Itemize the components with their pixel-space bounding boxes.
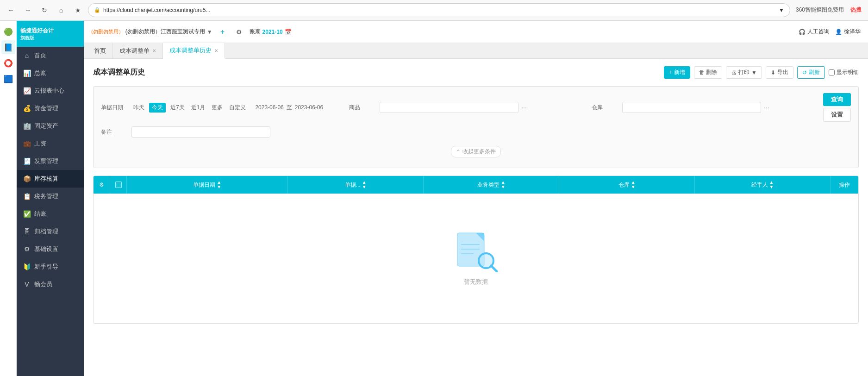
period-value: 2021-10: [262, 29, 283, 35]
th-warehouse[interactable]: 仓库 ▲▼: [559, 176, 695, 194]
icon-bar-wechat[interactable]: 🟢: [1, 25, 15, 38]
th-settings[interactable]: ⚙: [94, 176, 110, 194]
sidebar-item-assets[interactable]: 🏢 固定资产: [17, 117, 84, 135]
sidebar: 畅捷通好会计 旗舰版 ⌂ 首页 📊 总账 📈 云报表中心 💰 资金管理 🏢 固定…: [17, 21, 84, 376]
shortcut-7days[interactable]: 近7天: [169, 103, 187, 113]
remark-filter-input[interactable]: [131, 126, 270, 138]
shortcut-more[interactable]: 更多: [210, 103, 225, 113]
shortcut-yesterday[interactable]: 昨天: [131, 103, 146, 113]
back-button[interactable]: ←: [5, 4, 18, 17]
app-wrapper: 🟢 📘 ⭕ 🟦 畅捷通好会计 旗舰版 ⌂ 首页 📊 总账 📈 云报表中心 💰 资…: [0, 21, 868, 376]
refresh-button[interactable]: ↻: [38, 4, 51, 17]
th-type[interactable]: 业务类型 ▲▼: [424, 176, 559, 194]
th-checkbox[interactable]: [110, 176, 127, 194]
user-avatar-icon: 👤: [835, 29, 842, 35]
show-cols[interactable]: 显示明细: [829, 69, 859, 76]
username-label: 徐泽华: [844, 28, 861, 36]
sidebar-label-reports: 云报表中心: [34, 87, 64, 95]
add-workspace-button[interactable]: +: [216, 25, 229, 38]
bookmark-button[interactable]: ★: [71, 4, 84, 17]
refresh-button-toolbar[interactable]: ↺ 刷新: [797, 66, 825, 79]
shortcut-custom[interactable]: 自定义: [227, 103, 248, 113]
sidebar-label-settings: 基础设置: [34, 245, 58, 253]
warning-label: (勿删勿禁用）: [91, 28, 124, 35]
sidebar-item-member[interactable]: V 畅会员: [17, 276, 84, 293]
shortcut-today[interactable]: 今天: [149, 103, 166, 113]
tab-cost-adjustment[interactable]: 成本调整单 ✕: [113, 43, 163, 59]
filter-row-date: 单据日期 昨天 今天 近7天 近1月 更多 自定义 2023-06-06 至 2…: [101, 93, 851, 122]
sidebar-item-checkout[interactable]: ✅ 结账: [17, 205, 84, 223]
delete-button[interactable]: 🗑 删除: [694, 66, 722, 79]
empty-text: 暂无数据: [464, 278, 488, 286]
select-all-checkbox[interactable]: [115, 182, 122, 188]
query-search-button[interactable]: 查询: [823, 93, 851, 106]
print-button[interactable]: 🖨 🖨 打印 打印 ▼: [726, 66, 762, 79]
sidebar-item-invoice[interactable]: 🧾 发票管理: [17, 152, 84, 170]
th-num[interactable]: 单据... ▲▼: [288, 176, 424, 194]
user-service[interactable]: 🎧 人工咨询: [799, 28, 830, 36]
sidebar-label-home: 首页: [34, 51, 46, 60]
calendar-icon[interactable]: 📅: [285, 29, 292, 35]
svg-line-7: [491, 266, 497, 271]
th-date[interactable]: 单据日期 ▲▼: [127, 176, 288, 194]
query-settings-button[interactable]: 设置: [823, 108, 851, 122]
sidebar-item-settings[interactable]: ⚙ 基础设置: [17, 240, 84, 258]
empty-illustration: [453, 231, 499, 272]
sidebar-label-tax: 税务管理: [34, 192, 58, 201]
sidebar-item-archive[interactable]: 🗄 归档管理: [17, 223, 84, 240]
sidebar-item-home[interactable]: ⌂ 首页: [17, 47, 84, 64]
tab-cost-adjustment-history-close[interactable]: ✕: [214, 48, 218, 53]
service-label: 人工咨询: [807, 28, 830, 36]
product-filter-input[interactable]: [380, 102, 518, 113]
date-filter-label: 单据日期: [101, 104, 124, 112]
user-profile[interactable]: 👤 徐泽华: [835, 28, 861, 36]
forward-button[interactable]: →: [21, 4, 34, 17]
ssl-lock-icon: 🔒: [94, 7, 100, 13]
invoice-icon: 🧾: [23, 157, 31, 165]
sidebar-item-inventory[interactable]: 📦 库存核算: [17, 170, 84, 188]
ledger-icon: 📊: [23, 69, 31, 77]
icon-bar-active[interactable]: 📘: [1, 40, 15, 54]
refresh-icon: ↺: [802, 69, 807, 76]
export-button[interactable]: ⬇ 导出: [766, 66, 793, 79]
workspace-selector[interactable]: (勿删勿禁用） (勿删勿禁用）江西服宝测试专用 ▼: [91, 28, 212, 36]
warehouse-filter-label: 仓库: [592, 104, 615, 112]
browser-extensions: 360智能抠图免费用 热搜: [794, 5, 863, 15]
sidebar-item-reports[interactable]: 📈 云报表中心: [17, 82, 84, 100]
sidebar-label-guide: 新手引导: [34, 263, 58, 271]
show-cols-checkbox[interactable]: [829, 69, 835, 75]
product-filter-label: 商品: [349, 104, 372, 112]
tab-home[interactable]: 首页: [87, 43, 113, 59]
address-bar[interactable]: 🔒 https://cloud.chanjet.com/accounting/u…: [88, 3, 790, 17]
reports-icon: 📈: [23, 87, 31, 94]
new-button[interactable]: + 新增: [664, 66, 690, 79]
sidebar-item-payroll[interactable]: 💼 工资: [17, 135, 84, 152]
icon-bar: 🟢 📘 ⭕ 🟦: [0, 21, 17, 376]
workspace-settings-button[interactable]: ⚙: [233, 25, 246, 38]
sidebar-item-ledger[interactable]: 📊 总账: [17, 64, 84, 82]
warehouse-filter-field: ···: [622, 102, 808, 113]
shortcut-1month[interactable]: 近1月: [189, 103, 207, 113]
sidebar-item-tax[interactable]: 📋 税务管理: [17, 188, 84, 205]
search-ext[interactable]: 360智能抠图免费用: [794, 5, 846, 15]
sidebar-label-member: 畅会员: [34, 280, 52, 288]
warehouse-filter-input[interactable]: [622, 102, 761, 113]
period-label: 账期: [250, 28, 261, 36]
icon-bar-green[interactable]: 🟦: [1, 72, 15, 86]
th-operator[interactable]: 经手人 ▲▼: [695, 176, 831, 194]
product-filter-dots[interactable]: ···: [521, 104, 527, 111]
warehouse-filter-dots[interactable]: ···: [764, 104, 769, 111]
sidebar-label-funds: 资金管理: [34, 104, 58, 113]
hot-label: 热搜: [849, 5, 863, 15]
home-button[interactable]: ⌂: [55, 4, 68, 17]
sidebar-item-guide[interactable]: 🔰 新手引导: [17, 258, 84, 276]
sidebar-item-funds[interactable]: 💰 资金管理: [17, 100, 84, 117]
guide-icon: 🔰: [23, 263, 31, 270]
collapse-btn[interactable]: ⌃ 收起更多条件: [451, 146, 501, 157]
remark-filter-label: 备注: [101, 128, 124, 136]
header-left: (勿删勿禁用） (勿删勿禁用）江西服宝测试专用 ▼ + ⚙ 账期 2021-10…: [91, 25, 292, 38]
tab-cost-adjustment-close[interactable]: ✕: [152, 48, 156, 53]
icon-bar-weibo[interactable]: ⭕: [1, 56, 15, 70]
tab-cost-adjustment-history[interactable]: 成本调整单历史 ✕: [163, 43, 225, 59]
page-content: 成本调整单历史 + 新增 🗑 删除 🖨 🖨 打印 打印 ▼ ⬇ 导出: [84, 59, 868, 376]
